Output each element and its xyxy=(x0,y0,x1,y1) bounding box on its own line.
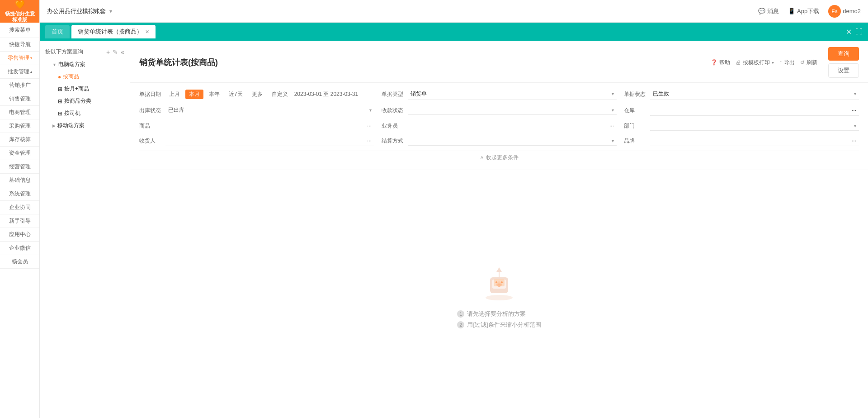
filter-doc-status: 单据状态 已生效 ▾ xyxy=(624,88,859,100)
date-tab-this-year[interactable]: 本年 xyxy=(205,90,223,99)
filter-row-2: 出库状态 已出库 ▾ 收款状态 ▾ 仓库 xyxy=(139,104,859,116)
app-download-btn[interactable]: 📱 App下载 xyxy=(788,7,819,15)
filter-salesman-label: 业务员 xyxy=(382,122,404,130)
tree-node-mobile[interactable]: ▶ 移动端方案 xyxy=(40,119,130,132)
left-panel-title: 按以下方案查询 xyxy=(45,48,83,56)
filter-warehouse-select[interactable]: ··· xyxy=(650,105,859,116)
filter-doc-type-select[interactable]: 销货单 ▾ xyxy=(408,88,617,100)
more-icon[interactable]: ··· xyxy=(852,107,856,114)
filter-brand-select[interactable]: ··· xyxy=(650,136,859,146)
tab-expand-btn[interactable]: ⛶ xyxy=(855,28,863,36)
sidebar-item-basic[interactable]: 基础信息 xyxy=(0,174,39,187)
tab-close-icon[interactable]: ✕ xyxy=(145,29,149,35)
page-title: 销货单统计表(按商品) xyxy=(139,57,218,68)
print-icon: 🖨 xyxy=(736,59,741,66)
query-button[interactable]: 查询 xyxy=(828,47,859,61)
sidebar-item-marketing[interactable]: 营销推广 xyxy=(0,79,39,92)
logo-text: 畅捷信好生意 xyxy=(5,11,35,17)
settings-button[interactable]: 设置 xyxy=(828,63,859,78)
sidebar-search[interactable]: 搜索菜单 xyxy=(0,23,39,38)
help-btn[interactable]: ❓ 帮助 xyxy=(711,59,730,66)
sidebar-item-wholesale[interactable]: 批发管理▴ xyxy=(0,65,39,79)
filter-salesman: 业务员 ··· xyxy=(382,121,617,131)
message-btn[interactable]: 💬 消息 xyxy=(758,7,779,15)
chevron-down-icon: ▾ xyxy=(854,124,856,128)
sidebar-item-inventory[interactable]: 库存核算 xyxy=(0,133,39,147)
left-panel-header-actions: + ✎ « xyxy=(106,48,124,56)
tree-node-label: 按司机 xyxy=(64,109,80,117)
help-icon: ❓ xyxy=(711,59,717,66)
sidebar-item-wechat[interactable]: 企业微信 xyxy=(0,242,39,255)
sidebar-item-sales[interactable]: 销售管理 xyxy=(0,92,39,106)
sidebar-item-quick-nav[interactable]: 快捷导航 xyxy=(0,38,39,52)
tab-home[interactable]: 首页 xyxy=(45,25,70,38)
tree-node-desktop[interactable]: ▼ 电脑端方案 xyxy=(40,58,130,71)
date-tab-prev-month[interactable]: 上月 xyxy=(165,90,184,99)
tree-node-by-driver[interactable]: ⊞ 按司机 xyxy=(40,107,130,119)
left-panel: 按以下方案查询 + ✎ « ▼ 电脑端方案 ● 按商品 ⊞ 按月+商品 xyxy=(40,41,130,418)
filter-warehouse: 仓库 ··· xyxy=(624,105,859,116)
filter-payment-select[interactable]: ▾ xyxy=(408,137,617,146)
filter-bar: 单据日期 上月 本月 本年 近7天 更多 自定义 2023-03-01 至 20… xyxy=(130,83,868,170)
filter-receiver-select[interactable]: ··· xyxy=(165,136,374,146)
more-icon[interactable]: ··· xyxy=(367,123,372,129)
tree-node-by-category[interactable]: ⊞ 按商品分类 xyxy=(40,95,130,107)
sidebar-item-member[interactable]: 畅会员 xyxy=(0,255,39,269)
tree-node-by-month-goods[interactable]: ⊞ 按月+商品 xyxy=(40,83,130,95)
filter-row-1: 单据日期 上月 本月 本年 近7天 更多 自定义 2023-03-01 至 20… xyxy=(139,88,859,100)
sidebar-item-enterprise[interactable]: 企业协同 xyxy=(0,201,39,214)
empty-tip-2: 2 用[过滤]条件来缩小分析范围 xyxy=(457,321,541,329)
edit-scheme-btn[interactable]: ✎ xyxy=(113,48,118,56)
sidebar-item-ecommerce[interactable]: 电商管理 xyxy=(0,106,39,119)
sidebar-item-system[interactable]: 系统管理 xyxy=(0,187,39,201)
tab-active[interactable]: 销货单统计表（按商品） ✕ xyxy=(71,25,156,38)
more-icon[interactable]: ··· xyxy=(367,138,372,144)
filter-out-status-select[interactable]: 已出库 ▾ xyxy=(165,104,374,116)
empty-state: 1 请先选择要分析的方案 2 用[过滤]条件来缩小分析范围 xyxy=(130,170,868,418)
date-tab-7days[interactable]: 近7天 xyxy=(225,90,246,99)
sidebar-item-app[interactable]: 应用中心 xyxy=(0,228,39,242)
filter-goods-select[interactable]: ··· xyxy=(165,121,374,131)
filter-warehouse-label: 仓库 xyxy=(624,107,646,114)
date-tab-this-month[interactable]: 本月 xyxy=(185,90,203,99)
empty-tips: 1 请先选择要分析的方案 2 用[过滤]条件来缩小分析范围 xyxy=(457,310,541,329)
tree-node-by-goods[interactable]: ● 按商品 xyxy=(40,71,130,83)
empty-illustration xyxy=(476,259,522,304)
sidebar-item-retail[interactable]: 零售管理▾ xyxy=(0,52,39,65)
filter-doc-status-select[interactable]: 已生效 ▾ xyxy=(650,88,859,100)
action-buttons: 查询 设置 xyxy=(828,47,859,78)
add-scheme-btn[interactable]: + xyxy=(106,48,110,56)
user-menu[interactable]: Ea demo2 xyxy=(828,5,861,18)
tab-close-btn[interactable]: ✕ xyxy=(846,28,852,36)
doc-status-value: 已生效 xyxy=(653,90,669,98)
filter-brand-label: 品牌 xyxy=(624,137,646,145)
filter-salesman-select[interactable]: ··· xyxy=(408,121,617,131)
collapse-panel-btn[interactable]: « xyxy=(121,48,124,56)
sidebar-item-finance[interactable]: 资金管理 xyxy=(0,147,39,160)
more-icon[interactable]: ··· xyxy=(852,138,856,144)
sidebar-item-guide[interactable]: 新手引导 xyxy=(0,214,39,228)
collapse-filter-btn[interactable]: ∧ 收起更多条件 xyxy=(139,151,859,164)
svg-point-8 xyxy=(495,281,497,283)
filter-dept-label: 部门 xyxy=(624,122,646,130)
filter-doc-status-label: 单据状态 xyxy=(624,90,646,98)
tree-grid-icon: ⊞ xyxy=(58,98,62,104)
logo-subtext: 标准版 xyxy=(12,17,27,23)
tabbar: 首页 销货单统计表（按商品） ✕ ✕ ⛶ xyxy=(40,23,868,41)
chevron-down-icon: ▾ xyxy=(612,108,614,113)
tip-num-2: 2 xyxy=(457,321,464,328)
filter-dept-select[interactable]: ▾ xyxy=(650,122,859,131)
refresh-btn[interactable]: ↺ 刷新 xyxy=(800,59,817,66)
sidebar-item-purchase[interactable]: 采购管理 xyxy=(0,119,39,133)
topbar-dropdown-icon[interactable]: ▾ xyxy=(109,8,112,14)
filter-receipt-status-select[interactable]: ▾ xyxy=(408,106,617,115)
chevron-down-icon: ▾ xyxy=(854,91,856,96)
date-tab-custom[interactable]: 自定义 xyxy=(268,90,292,99)
empty-tip-1: 1 请先选择要分析的方案 xyxy=(457,310,541,318)
date-tab-more[interactable]: 更多 xyxy=(248,90,266,99)
tree-node-label: 按商品分类 xyxy=(64,97,91,105)
sidebar-item-management[interactable]: 经营管理 xyxy=(0,160,39,174)
more-icon[interactable]: ··· xyxy=(609,123,614,129)
print-btn[interactable]: 🖨 按模板打印 ▾ xyxy=(736,59,774,66)
export-btn[interactable]: ↑ 导出 xyxy=(779,59,795,66)
